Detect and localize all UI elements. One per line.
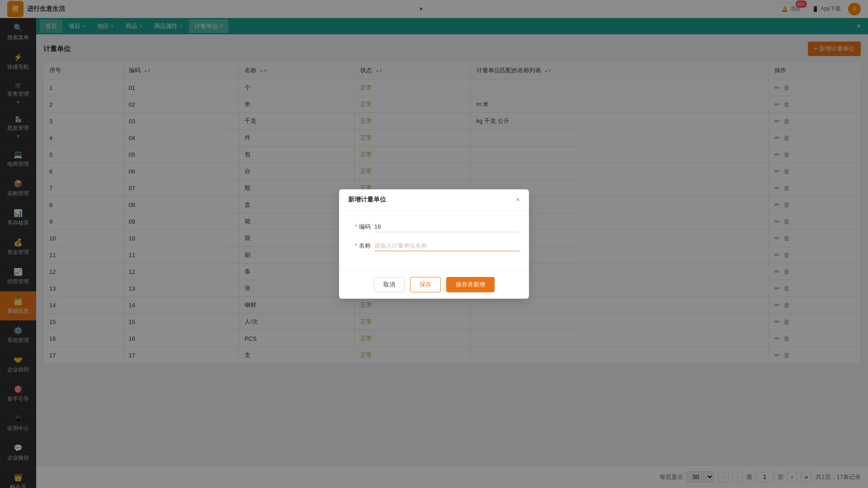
form-row-code: 编码 [348, 221, 520, 232]
name-input[interactable] [374, 240, 520, 251]
name-label: 名称 [348, 242, 371, 250]
modal-overlay: 新增计量单位 × 编码 名称 取消 保存 保存并新增 [0, 0, 868, 488]
modal-footer: 取消 保存 保存并新增 [339, 270, 529, 299]
code-label: 编码 [348, 223, 371, 231]
form-row-name: 名称 [348, 240, 520, 251]
modal-header: 新增计量单位 × [339, 189, 529, 211]
add-unit-modal: 新增计量单位 × 编码 名称 取消 保存 保存并新增 [339, 189, 529, 299]
modal-body: 编码 名称 [339, 211, 529, 270]
save-and-new-button[interactable]: 保存并新增 [446, 277, 495, 292]
modal-close-button[interactable]: × [516, 196, 520, 204]
code-input[interactable] [374, 221, 520, 232]
modal-title: 新增计量单位 [348, 196, 386, 204]
save-button[interactable]: 保存 [410, 277, 441, 292]
cancel-button[interactable]: 取消 [374, 277, 405, 292]
